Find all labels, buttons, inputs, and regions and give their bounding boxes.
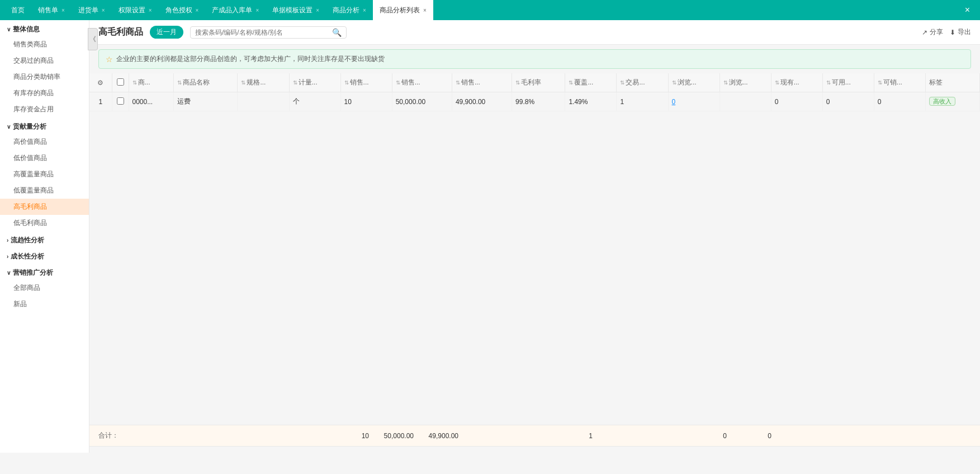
close-analysis-list-tab[interactable]: × — [423, 7, 427, 13]
sidebar-item-all-goods[interactable]: 全部商品 — [0, 280, 89, 296]
sidebar-item-category-rate[interactable]: 商品分类助销率 — [0, 69, 89, 85]
col-checkbox[interactable] — [112, 73, 129, 92]
close-role-tab[interactable]: × — [196, 7, 199, 13]
sidebar-group-overall[interactable]: ∨ 整体信息 — [0, 20, 89, 36]
sidebar-item-high-margin[interactable]: 高毛利商品 — [0, 199, 89, 215]
nav-permission[interactable]: 权限设置 × — [112, 0, 159, 20]
sort-coverage-icon[interactable]: ⇅ — [569, 79, 573, 86]
sidebar-group-growth[interactable]: › 成长性分析 — [0, 247, 89, 264]
col-unit: ⇅计量... — [289, 73, 340, 92]
row-checkbox[interactable] — [117, 97, 124, 105]
cell-browse1[interactable]: 0 — [668, 92, 719, 111]
sort-current-icon[interactable]: ⇅ — [775, 79, 779, 86]
sidebar-item-traded-goods[interactable]: 交易过的商品 — [0, 53, 89, 69]
sidebar-item-high-value[interactable]: 高价值商品 — [0, 134, 89, 150]
nav-sales[interactable]: 销售单 × — [31, 0, 72, 20]
table-wrapper[interactable]: ⚙ ⇅商... ⇅商品名称 ⇅规格... ⇅计量... ⇅销售... ⇅销售..… — [89, 73, 980, 425]
cell-code: 0000... — [129, 92, 173, 111]
arrow-flow: › — [7, 237, 8, 243]
cell-sales2: 50,000.00 — [392, 92, 452, 111]
footer-cells: 10 50,000.00 49,900.00 1 0 0 — [127, 432, 776, 440]
arrow-growth: › — [7, 254, 8, 260]
cell-coverage: 1.49% — [565, 92, 617, 111]
col-sales3: ⇅销售... — [452, 73, 512, 92]
sidebar-item-sales-goods[interactable]: 销售类商品 — [0, 36, 89, 53]
col-gross-rate: ⇅毛利率 — [512, 73, 565, 92]
sidebar-item-low-margin[interactable]: 低毛利商品 — [0, 215, 89, 231]
sort-unit-icon[interactable]: ⇅ — [293, 79, 297, 86]
cell-unit: 个 — [289, 92, 340, 111]
sort-browse2-icon[interactable]: ⇅ — [723, 79, 728, 86]
sort-sales3-icon[interactable]: ⇅ — [456, 79, 460, 86]
cell-spec — [238, 92, 289, 111]
page-header: 高毛利商品 近一月 🔍 ↗ 分享 ⬇ 导出 — [89, 20, 980, 45]
footer-cell-sales2: 50,000.00 — [373, 432, 418, 440]
sidebar-toggle-btn[interactable]: 《 — [88, 28, 98, 50]
close-permission-tab[interactable]: × — [149, 7, 152, 13]
browse1-link[interactable]: 0 — [672, 98, 676, 106]
cell-transaction: 1 — [617, 92, 668, 111]
close-product-inbound-tab[interactable]: × — [255, 7, 259, 13]
nav-purchase[interactable]: 进货单 × — [72, 0, 112, 20]
sort-available-icon[interactable]: ⇅ — [826, 79, 831, 86]
sort-name-icon[interactable]: ⇅ — [177, 79, 182, 86]
nav-analysis-list[interactable]: 商品分析列表 × — [373, 0, 433, 20]
col-browse2: ⇅浏览... — [719, 73, 771, 92]
sidebar-group-marketing[interactable]: ∨ 营销推广分析 — [0, 264, 89, 280]
sort-code-icon[interactable]: ⇅ — [132, 79, 137, 86]
sidebar-item-stock-capital[interactable]: 库存资金占用 — [0, 101, 89, 118]
sort-sellable-icon[interactable]: ⇅ — [878, 79, 882, 86]
col-available: ⇅可用... — [822, 73, 874, 92]
nav-role[interactable]: 角色授权 × — [159, 0, 206, 20]
sort-gross-icon[interactable]: ⇅ — [515, 79, 520, 86]
footer-cell-transaction: 1 — [552, 432, 597, 440]
bottom-scrollbar[interactable] — [89, 446, 980, 453]
sort-sales1-icon[interactable]: ⇅ — [344, 79, 349, 86]
footer-label: 合计： — [98, 431, 119, 440]
nav-template[interactable]: 单据模板设置 × — [266, 0, 326, 20]
sort-spec-icon[interactable]: ⇅ — [241, 79, 245, 86]
search-input[interactable] — [195, 29, 332, 36]
col-tag: 标签 — [925, 73, 979, 92]
sidebar-item-low-value[interactable]: 低价值商品 — [0, 150, 89, 166]
search-icon[interactable]: 🔍 — [332, 28, 342, 37]
filter-recent-month-btn[interactable]: 近一月 — [150, 26, 183, 39]
col-settings[interactable]: ⚙ — [89, 73, 112, 92]
close-all-btn[interactable]: × — [959, 5, 976, 15]
col-coverage: ⇅覆盖... — [565, 73, 617, 92]
sidebar-group-flow[interactable]: › 流趋性分析 — [0, 231, 89, 247]
nav-product-inbound[interactable]: 产成品入库单 × — [205, 0, 266, 20]
sidebar-item-high-coverage[interactable]: 高覆盖量商品 — [0, 166, 89, 182]
col-browse1: ⇅浏览... — [668, 73, 719, 92]
sidebar-item-new-goods[interactable]: 新品 — [0, 296, 89, 312]
arrow-contribution: ∨ — [7, 124, 11, 130]
arrow-marketing: ∨ — [7, 270, 11, 276]
cell-tag: 高收入 — [925, 92, 979, 111]
footer-cell-sales1: 10 — [329, 432, 373, 440]
nav-product-analysis[interactable]: 商品分析 × — [326, 0, 373, 20]
sidebar: ∨ 整体信息 销售类商品 交易过的商品 商品分类助销率 有库存的商品 库存资金占… — [0, 20, 89, 453]
col-sales1: ⇅销售... — [340, 73, 392, 92]
footer-cell-sales3: 49,900.00 — [418, 432, 463, 440]
close-sales-tab[interactable]: × — [61, 7, 65, 13]
close-purchase-tab[interactable]: × — [102, 7, 105, 13]
footer-cell-current: 0 — [687, 432, 731, 440]
sidebar-item-instock-goods[interactable]: 有库存的商品 — [0, 85, 89, 101]
sidebar-item-low-coverage[interactable]: 低覆盖量商品 — [0, 182, 89, 199]
nav-home[interactable]: 首页 — [4, 0, 31, 20]
select-all-checkbox[interactable] — [117, 78, 124, 86]
data-table: ⚙ ⇅商... ⇅商品名称 ⇅规格... ⇅计量... ⇅销售... ⇅销售..… — [89, 73, 980, 111]
table-header-row: ⚙ ⇅商... ⇅商品名称 ⇅规格... ⇅计量... ⇅销售... ⇅销售..… — [89, 73, 980, 92]
sort-sales2-icon[interactable]: ⇅ — [396, 79, 400, 86]
col-spec: ⇅规格... — [238, 73, 289, 92]
share-btn[interactable]: ↗ 分享 — [922, 27, 943, 37]
export-btn[interactable]: ⬇ 导出 — [950, 27, 971, 37]
cell-sales1: 10 — [340, 92, 392, 111]
sort-transaction-icon[interactable]: ⇅ — [620, 79, 624, 86]
close-product-analysis-tab[interactable]: × — [363, 7, 366, 13]
close-template-tab[interactable]: × — [316, 7, 319, 13]
sort-browse1-icon[interactable]: ⇅ — [672, 79, 676, 86]
cell-check[interactable] — [112, 92, 129, 111]
col-sales2: ⇅销售... — [392, 73, 452, 92]
sidebar-group-contribution[interactable]: ∨ 贡献量分析 — [0, 118, 89, 134]
